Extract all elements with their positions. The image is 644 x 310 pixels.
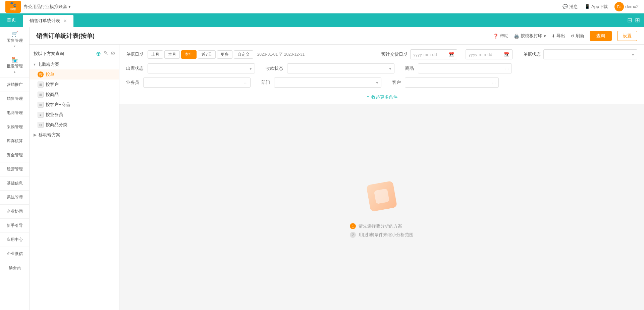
message-icon: 💬	[562, 4, 568, 9]
sidebar-label-wechat: 企业微信	[7, 251, 23, 257]
tree-item-label: 按单	[46, 71, 54, 78]
logo: 🐾 标版	[5, 1, 21, 13]
avatar: Ea	[614, 2, 624, 11]
app-download-button[interactable]: 📱 App下载	[585, 4, 608, 10]
goods-select[interactable]: ···	[418, 63, 512, 73]
query-button[interactable]: 查询	[590, 31, 612, 41]
customer-select[interactable]: ···	[405, 78, 499, 88]
chevron-down-icon: ▾	[68, 4, 71, 9]
sidebar-item-sales[interactable]: 销售管理	[0, 92, 29, 106]
sidebar-item-newbie[interactable]: 新手引导	[0, 219, 29, 233]
tree-item-by-goods[interactable]: ⊞ 按商品	[30, 90, 119, 100]
collapse-filter-bar[interactable]: ⌃ 收起更多条件	[126, 92, 637, 104]
date-btn-custom[interactable]: 自定义	[234, 50, 253, 59]
sidebar-item-inventory[interactable]: 库存核算	[0, 134, 29, 148]
bill-status-select[interactable]: ▾	[543, 49, 637, 59]
scheme-icon-sp: ≡	[38, 112, 44, 118]
minimize-icon[interactable]: ⊟	[627, 16, 632, 24]
sidebar-item-enterprise[interactable]: 企业协同	[0, 205, 29, 219]
date-btn-group: 上月 本月 本年 近7天 更多 自定义	[148, 50, 253, 59]
empty-tip-1: 1 请先选择要分析的方案	[350, 223, 413, 229]
tree-section-desktop[interactable]: ▾ 电脑端方案	[30, 59, 119, 69]
workspace-title[interactable]: 办公用品行业模拟账套 ▾	[23, 4, 71, 10]
logo-icon: 🐾	[10, 2, 16, 7]
date-btn-last-month[interactable]: 上月	[148, 50, 163, 59]
calendar-end-icon[interactable]: 📅	[504, 52, 509, 57]
sidebar-label-retail: 零售管理	[7, 38, 23, 44]
customer-label: 客户	[392, 80, 401, 86]
logo-text: 标版	[10, 7, 16, 11]
customer-more-icon[interactable]: ···	[492, 80, 496, 85]
tree-section-arrow-mobile: ▶	[34, 133, 37, 137]
user-menu[interactable]: Ea demo2	[614, 2, 639, 11]
tree-item-by-category[interactable]: ⊟ 按商品分类	[30, 120, 119, 130]
expected-date-range: yyyy-mm-dd 📅 — yyyy-mm-dd 📅	[410, 49, 513, 59]
salesperson-more-icon[interactable]: ···	[244, 80, 248, 85]
tab-home[interactable]: 首页	[0, 13, 23, 27]
page-actions: ❓ 帮助 🖨️ 按模板打印 ▾ ⬇ 导出 ↺ 刷新	[493, 31, 637, 41]
sidebar-item-wholesale[interactable]: 🏪 批发管理 ▴	[0, 52, 29, 78]
sidebar-item-marketing[interactable]: 营销推广	[0, 78, 29, 92]
calendar-start-icon[interactable]: 📅	[448, 52, 454, 57]
scheme-icon-order: 按	[38, 71, 44, 78]
date-btn-this-month[interactable]: 本月	[164, 50, 180, 59]
sidebar-item-purchase[interactable]: 采购管理	[0, 120, 29, 134]
help-button[interactable]: ❓ 帮助	[493, 33, 508, 39]
tree-section-arrow: ▾	[34, 62, 36, 67]
sidebar-item-finance[interactable]: 资金管理	[0, 148, 29, 162]
template-print-button[interactable]: 🖨️ 按模板打印 ▾	[514, 33, 546, 39]
salesperson-select[interactable]: ···	[143, 78, 251, 88]
sidebar-label-system: 系统管理	[7, 195, 23, 200]
date-btn-7days[interactable]: 近7天	[198, 50, 216, 59]
tree-item-by-customer-goods[interactable]: ⊞ 按客户+商品	[30, 100, 119, 110]
sidebar-label-apps: 应用中心	[7, 237, 23, 243]
tree-section-label-mobile: 移动端方案	[39, 132, 60, 138]
tip-text-2: 用[过滤]条件来缩小分析范围	[359, 232, 413, 238]
sidebar-item-basic[interactable]: 基础信息	[0, 176, 29, 191]
export-button[interactable]: ⬇ 导出	[551, 33, 565, 39]
left-panel-actions: ⊕ ✎ ⊘	[96, 50, 115, 57]
date-end-placeholder: yyyy-mm-dd	[469, 52, 492, 57]
sidebar-item-retail[interactable]: 🛒 零售管理 ▾	[0, 27, 29, 52]
add-scheme-button[interactable]: ⊕	[96, 50, 101, 57]
expected-date-start[interactable]: yyyy-mm-dd 📅	[410, 49, 457, 59]
refresh-button[interactable]: ↺ 刷新	[571, 33, 584, 39]
tab-sales-order-stats[interactable]: 销售订单统计表 ✕	[23, 15, 73, 27]
export-icon: ⬇	[551, 34, 555, 39]
chevron-down-icon: ▾	[250, 66, 252, 71]
chevron-down-icon: ▾	[632, 52, 634, 57]
date-label: 单据日期	[126, 51, 144, 57]
sidebar-item-apps[interactable]: 应用中心	[0, 233, 29, 247]
date-btn-this-year[interactable]: 本年	[181, 50, 197, 59]
tree-section-mobile[interactable]: ▶ 移动端方案	[30, 130, 119, 140]
tree-item-by-customer[interactable]: ⊞ 按客户	[30, 80, 119, 90]
maximize-icon[interactable]: ⊞	[635, 16, 640, 24]
sidebar-item-member[interactable]: 畅会员	[0, 261, 29, 275]
out-status-select[interactable]: ▾	[148, 63, 255, 73]
receipt-status-select[interactable]: ▾	[287, 63, 394, 73]
sidebar-item-operations[interactable]: 经营管理	[0, 162, 29, 176]
sidebar-label-ecommerce: 电商管理	[7, 110, 23, 116]
message-button[interactable]: 💬 消息	[562, 4, 578, 10]
collapse-panel-button[interactable]: ⊘	[111, 50, 115, 57]
tree-item-by-order[interactable]: 按 按单	[30, 69, 119, 80]
empty-tip-2: 2 用[过滤]条件来缩小分析范围	[350, 232, 413, 238]
expected-date-end[interactable]: yyyy-mm-dd 📅	[466, 49, 513, 59]
dept-select[interactable]: ▾	[274, 78, 381, 88]
sidebar-item-ecommerce[interactable]: 电商管理	[0, 106, 29, 120]
tree-item-by-salesperson[interactable]: ≡ 按业务员	[30, 110, 119, 120]
sidebar-label-marketing: 营销推广	[7, 82, 23, 88]
scheme-icon-goods: ⊞	[38, 92, 44, 98]
tree-item-label: 按客户	[46, 82, 59, 88]
tree-item-label: 按商品	[46, 92, 59, 98]
sales-order-tab-label: 销售订单统计表	[30, 18, 60, 24]
out-status-label: 出库状态	[126, 65, 144, 71]
tab-close-icon[interactable]: ✕	[63, 18, 67, 23]
edit-scheme-button[interactable]: ✎	[104, 50, 108, 57]
goods-more-icon[interactable]: ···	[505, 66, 509, 71]
scheme-icon-cat: ⊟	[38, 122, 44, 128]
sidebar-item-system[interactable]: 系统管理	[0, 191, 29, 205]
settings-button[interactable]: 设置	[617, 31, 637, 41]
date-btn-more[interactable]: 更多	[217, 50, 232, 59]
sidebar-item-wechat[interactable]: 企业微信	[0, 247, 29, 261]
